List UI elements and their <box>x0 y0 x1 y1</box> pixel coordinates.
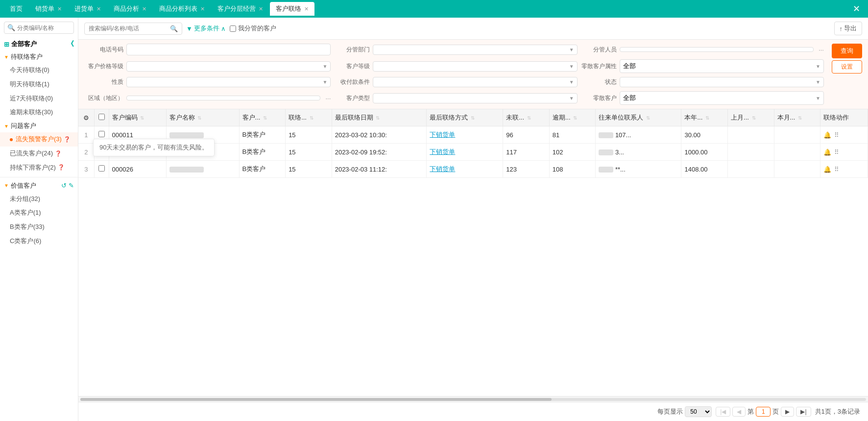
filter-price-level-select[interactable]: ▼ <box>126 61 331 72</box>
last-method-link-2[interactable]: 下销货单 <box>430 165 455 173</box>
col-last-month-sort-icon[interactable]: ⇅ <box>752 115 756 121</box>
sidebar-group-value[interactable]: ▼ 价值客户 ↺ ✎ <box>0 179 78 192</box>
sidebar-item-7days[interactable]: 近7天待联络(0) <box>0 92 78 106</box>
filter-retail-attr-select[interactable]: 全部 ▼ <box>620 59 824 73</box>
sidebar-group-problem[interactable]: ▼ 问题客户 <box>0 120 78 132</box>
action-more-icon-0[interactable]: ⠿ <box>834 131 839 139</box>
col-last-method-sort-icon[interactable]: ⇅ <box>471 115 475 121</box>
filter-phone-input[interactable] <box>126 44 331 55</box>
col-un-contact-sort-icon[interactable]: ⇅ <box>527 115 531 121</box>
filter-cust-type-select[interactable]: ▼ <box>373 93 577 103</box>
col-contact-person-sort-icon[interactable]: ⇅ <box>646 115 650 121</box>
sidebar-all-customers[interactable]: ⊞ 全部客户 《 <box>0 38 78 50</box>
tab-customer-contact-close[interactable]: ✕ <box>304 6 309 12</box>
edit-icon[interactable]: ✎ <box>69 182 74 189</box>
sidebar-group-pending[interactable]: ▼ 待联络客户 <box>0 50 78 63</box>
prev-page-button[interactable]: ◀ <box>732 407 746 417</box>
sidebar-item-tomorrow[interactable]: 明天待联络(1) <box>0 77 78 92</box>
tab-purchase-close[interactable]: ✕ <box>96 6 101 12</box>
horizontal-scrollbar[interactable] <box>78 396 868 402</box>
last-page-button[interactable]: ▶| <box>796 407 811 417</box>
refresh-icon[interactable]: ↺ <box>61 182 67 189</box>
sidebar-search-input[interactable] <box>17 25 71 31</box>
question-icon: ❓ <box>64 135 71 144</box>
tab-purchase-label: 进货单 <box>74 4 94 13</box>
last-method-link-0[interactable]: 下销货单 <box>430 131 455 138</box>
per-page-select[interactable]: 50 100 200 <box>685 406 712 417</box>
first-page-button[interactable]: |◀ <box>716 407 730 417</box>
next-page-button[interactable]: ▶ <box>781 407 794 417</box>
sidebar-collapse-icon[interactable]: 《 <box>67 40 74 49</box>
total-records: 共1页，3条记录 <box>815 407 860 416</box>
sidebar-item-churned[interactable]: 已流失客户(24) ❓ <box>0 147 78 161</box>
grid-icon: ⊞ <box>4 41 9 48</box>
close-window-icon[interactable]: ✕ <box>849 3 864 14</box>
col-type-sort-icon[interactable]: ⇅ <box>263 115 267 121</box>
filter-status-select[interactable]: ▼ <box>620 77 824 87</box>
tab-customer-layer-close[interactable]: ✕ <box>259 6 263 12</box>
col-last-date-sort-icon[interactable]: ⇅ <box>376 115 380 121</box>
tab-goods-list-close[interactable]: ✕ <box>200 6 205 12</box>
action-more-icon-1[interactable]: ⠿ <box>834 149 839 156</box>
sidebar-item-today[interactable]: 今天待联络(0) <box>0 63 78 77</box>
sidebar-item-ungroup[interactable]: 未分组(32) <box>0 192 78 206</box>
last-method-link-1[interactable]: 下销货单 <box>430 148 455 155</box>
filter-dept-select[interactable]: ▼ <box>373 45 577 55</box>
tab-sales-close[interactable]: ✕ <box>57 6 62 12</box>
col-code-sort-icon[interactable]: ⇅ <box>140 115 144 121</box>
action-contact-icon-2[interactable]: 🔔 <box>823 166 831 173</box>
tab-customer-contact[interactable]: 客户联络 ✕ <box>270 2 314 16</box>
sidebar-item-b-class[interactable]: B类客户(33) <box>0 220 78 234</box>
col-contact-sort-icon[interactable]: ⇅ <box>310 115 313 121</box>
tab-goods-list[interactable]: 商品分析列表 ✕ <box>153 2 211 16</box>
action-contact-icon-1[interactable]: 🔔 <box>823 149 831 156</box>
tab-purchase[interactable]: 进货单 ✕ <box>69 2 107 16</box>
gear-icon[interactable]: ⚙ <box>83 114 89 122</box>
tab-sales[interactable]: 销货单 ✕ <box>29 2 68 16</box>
col-this-month-sort-icon[interactable]: ⇅ <box>798 115 802 121</box>
filter-cust-level-select[interactable]: ▼ <box>373 61 577 72</box>
sidebar-item-a-class[interactable]: A类客户(1) <box>0 206 78 220</box>
filter-search-input[interactable] <box>89 25 168 32</box>
col-name-sort-icon[interactable]: ⇅ <box>197 115 201 121</box>
col-this-year-sort-icon[interactable]: ⇅ <box>705 115 709 121</box>
filter-search-box[interactable]: 🔍 <box>84 23 182 35</box>
filter-retail-attr-value: 全部 <box>623 62 636 71</box>
col-name: 客户名称 ⇅ <box>166 109 239 126</box>
filter-payment-select[interactable]: ▼ <box>373 77 577 87</box>
query-button[interactable]: 查询 <box>832 44 862 58</box>
tab-home[interactable]: 首页 <box>4 2 28 16</box>
filter-my-checkbox[interactable] <box>230 25 236 32</box>
filter-more-btn[interactable]: ▼ 更多条件 ∧ <box>186 24 226 33</box>
filter-retail-select[interactable]: 全部 ▼ <box>620 91 824 105</box>
tab-customer-layer[interactable]: 客户分层经营 ✕ <box>212 2 269 16</box>
scrollbar-thumb[interactable] <box>80 398 552 401</box>
filter-nature-select[interactable]: ▼ <box>126 77 331 87</box>
filter-region-dots[interactable]: ··· <box>325 95 331 102</box>
tab-goods-analysis-close[interactable]: ✕ <box>142 6 146 12</box>
sidebar-item-overdue[interactable]: 逾期未联络(30) <box>0 105 78 120</box>
row-last-date-2: 2023-02-03 11:12: <box>332 161 427 178</box>
row-contact-person-0: 107... <box>596 126 681 144</box>
col-overdue-sort-icon[interactable]: ⇅ <box>573 115 577 121</box>
filter-person-dots[interactable]: ··· <box>819 46 824 53</box>
filter-cell-retail: 零散客户 全部 ▼ <box>578 91 824 105</box>
tab-goods-analysis[interactable]: 商品分析 ✕ <box>108 2 152 16</box>
sidebar-item-declining[interactable]: 持续下滑客户(2) ❓ <box>0 161 78 175</box>
row-last-method-0[interactable]: 下销货单 <box>427 126 503 144</box>
filter-region-select[interactable] <box>126 96 320 100</box>
sidebar-search-box[interactable]: 🔍 <box>4 22 74 34</box>
sidebar-item-c-class[interactable]: C类客户(6) <box>0 234 78 248</box>
filter-person-select[interactable] <box>620 47 814 52</box>
action-more-icon-2[interactable]: ⠿ <box>834 166 839 173</box>
sidebar-item-churn-warning[interactable]: 流失预警客户(3) ❓ <box>0 132 78 147</box>
settings-button[interactable]: 设置 <box>832 60 862 74</box>
action-contact-icon-0[interactable]: 🔔 <box>823 131 831 139</box>
select-all-checkbox[interactable] <box>98 114 105 120</box>
col-gear: ⚙ <box>78 109 94 126</box>
row-last-method-1[interactable]: 下销货单 <box>427 144 503 161</box>
export-button[interactable]: ↑ 导出 <box>834 22 863 35</box>
row-checkbox-2[interactable] <box>94 161 109 178</box>
row-last-method-2[interactable]: 下销货单 <box>427 161 503 178</box>
export-label: 导出 <box>844 24 857 33</box>
